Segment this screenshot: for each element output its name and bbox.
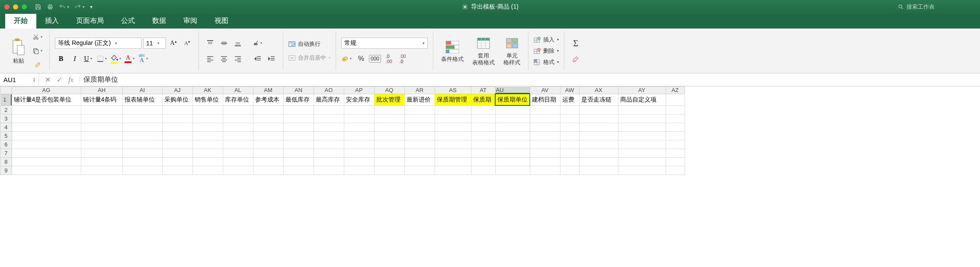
cell-AN1[interactable]: 最低库存 (283, 94, 314, 105)
cell-AV5[interactable] (530, 131, 560, 140)
cell-AL3[interactable] (223, 114, 253, 123)
cell-AT2[interactable] (471, 105, 495, 114)
cell-AO2[interactable] (314, 105, 344, 114)
cell-AN2[interactable] (283, 105, 314, 114)
decrease-indent-button[interactable] (252, 53, 264, 64)
cell-AL1[interactable]: 库存单位 (223, 94, 253, 105)
cell-AS4[interactable] (435, 123, 471, 131)
cell-AV2[interactable] (530, 105, 560, 114)
cell-AJ3[interactable] (162, 114, 192, 123)
fill-color-button[interactable]: ▾ (110, 53, 122, 64)
italic-button[interactable]: I (69, 53, 81, 64)
cell-AU3[interactable] (495, 114, 530, 123)
decrease-font-button[interactable]: A▾ (181, 38, 193, 49)
cell-AN8[interactable] (283, 157, 314, 166)
currency-button[interactable]: ▾ (341, 53, 353, 64)
col-header-AX[interactable]: AX (579, 87, 618, 94)
cell-AR4[interactable] (404, 123, 435, 131)
orientation-button[interactable]: ab▾ (252, 38, 264, 49)
cell-AG6[interactable] (12, 140, 81, 149)
cell-AP4[interactable] (344, 123, 374, 131)
cell-AJ6[interactable] (162, 140, 192, 149)
cell-AP8[interactable] (344, 157, 374, 166)
cell-AR6[interactable] (404, 140, 435, 149)
cell-AM8[interactable] (253, 157, 283, 166)
copy-button[interactable]: ▾ (32, 45, 44, 57)
qat-print-icon[interactable] (47, 3, 54, 10)
cell-AX1[interactable]: 是否走冻链 (579, 94, 618, 105)
tab-data[interactable]: 数据 (144, 13, 175, 29)
cell-AG4[interactable] (12, 123, 81, 131)
cell-AI6[interactable] (122, 140, 162, 149)
cell-AO3[interactable] (314, 114, 344, 123)
cell-AL9[interactable] (223, 166, 253, 175)
cell-AQ9[interactable] (374, 166, 404, 175)
row-header-1[interactable]: 1 (0, 94, 12, 105)
col-header-AP[interactable]: AP (344, 87, 374, 94)
tab-view[interactable]: 视图 (206, 13, 237, 29)
name-box[interactable]: AU1 ▴▾ (0, 73, 39, 86)
cell-AJ1[interactable]: 采购单位 (162, 94, 192, 105)
cell-AN6[interactable] (283, 140, 314, 149)
cell-AJ9[interactable] (162, 166, 192, 175)
cell-styles-button[interactable]: 单元 格样式 (501, 35, 523, 67)
format-as-table-button[interactable]: 套用 表格格式 (470, 35, 497, 67)
cell-AO5[interactable] (314, 131, 344, 140)
decrease-decimal-button[interactable]: .00.0 (397, 53, 409, 64)
cell-AJ8[interactable] (162, 157, 192, 166)
wrap-text-button[interactable]: 自动换行 (288, 40, 320, 48)
cell-AL8[interactable] (223, 157, 253, 166)
cell-AR1[interactable]: 最新进价 (404, 94, 435, 105)
cell-AY1[interactable]: 商品自定义项 (618, 94, 666, 105)
cell-AH6[interactable] (81, 140, 122, 149)
merge-center-button[interactable]: 合并后居中 ▾ (288, 54, 330, 62)
cell-AS6[interactable] (435, 140, 471, 149)
cell-AX7[interactable] (579, 149, 618, 157)
col-header-AI[interactable]: AI (122, 87, 162, 94)
cell-AW2[interactable] (560, 105, 579, 114)
select-all-corner[interactable] (0, 87, 12, 94)
col-header-AJ[interactable]: AJ (162, 87, 192, 94)
cell-AH4[interactable] (81, 123, 122, 131)
cell-AG2[interactable] (12, 105, 81, 114)
cell-AH3[interactable] (81, 114, 122, 123)
cell-AS8[interactable] (435, 157, 471, 166)
cell-AQ2[interactable] (374, 105, 404, 114)
cell-AZ9[interactable] (666, 166, 685, 175)
cell-AU5[interactable] (495, 131, 530, 140)
number-format-select[interactable]: 常规▾ (341, 38, 428, 49)
cell-AI2[interactable] (122, 105, 162, 114)
cell-AS1[interactable]: 保质期管理 (435, 94, 471, 105)
row-header-2[interactable]: 2 (0, 105, 12, 114)
cell-AQ4[interactable] (374, 123, 404, 131)
tab-formulas[interactable]: 公式 (112, 13, 144, 29)
cell-AM9[interactable] (253, 166, 283, 175)
phonetic-button[interactable]: abcA▾ (138, 53, 150, 64)
align-bottom-button[interactable] (232, 38, 244, 49)
cell-AP2[interactable] (344, 105, 374, 114)
col-header-AK[interactable]: AK (192, 87, 223, 94)
cell-AH9[interactable] (81, 166, 122, 175)
cell-AS9[interactable] (435, 166, 471, 175)
cell-AT8[interactable] (471, 157, 495, 166)
cell-AK7[interactable] (192, 149, 223, 157)
col-header-AV[interactable]: AV (530, 87, 560, 94)
cell-AK8[interactable] (192, 157, 223, 166)
cell-AK5[interactable] (192, 131, 223, 140)
cell-AG7[interactable] (12, 149, 81, 157)
align-middle-button[interactable] (218, 38, 230, 49)
cell-AU2[interactable] (495, 105, 530, 114)
cell-AQ1[interactable]: 批次管理 (374, 94, 404, 105)
cell-AU7[interactable] (495, 149, 530, 157)
cell-AH5[interactable] (81, 131, 122, 140)
cell-AZ5[interactable] (666, 131, 685, 140)
cell-AM2[interactable] (253, 105, 283, 114)
cell-AG9[interactable] (12, 166, 81, 175)
cell-AO4[interactable] (314, 123, 344, 131)
tab-insert[interactable]: 插入 (36, 13, 67, 29)
cell-AW3[interactable] (560, 114, 579, 123)
cell-AX2[interactable] (579, 105, 618, 114)
col-header-AW[interactable]: AW (560, 87, 579, 94)
cell-AS3[interactable] (435, 114, 471, 123)
cell-AT1[interactable]: 保质期 (471, 94, 495, 105)
